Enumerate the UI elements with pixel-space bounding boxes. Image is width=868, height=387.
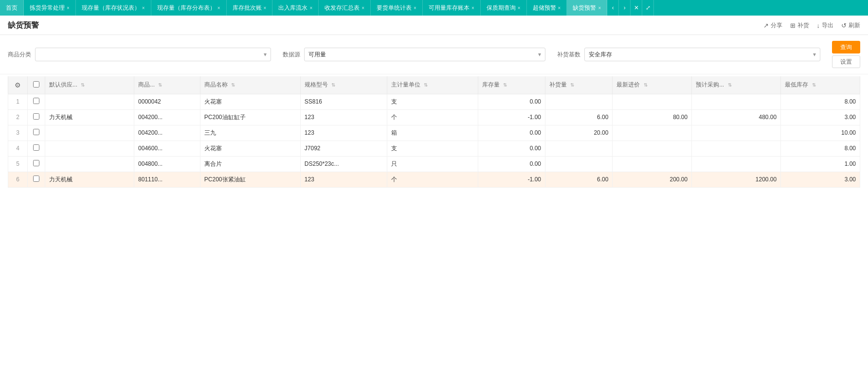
category-select[interactable] — [35, 48, 271, 61]
nav-tab-7[interactable]: 要货单统计表 × — [371, 0, 423, 16]
col-min-stock[interactable]: 最低库存 ⇅ — [781, 76, 860, 94]
col-latest-price[interactable]: 最新进价 ⇅ — [613, 76, 692, 94]
row-replenish-3 — [545, 141, 612, 156]
nav-tab-3[interactable]: 现存量（库存分布表） × — [151, 0, 227, 16]
filter-row: 商品分类 数据源 可用量 补货基数 安全库存 查询 设置 — [0, 35, 868, 74]
col-unit[interactable]: 主计量单位 ⇅ — [387, 76, 478, 94]
row-supplier-3 — [45, 141, 134, 156]
col-supplier[interactable]: 默认供应... ⇅ — [45, 76, 134, 94]
select-all-checkbox[interactable] — [33, 81, 39, 88]
nav-next-arrow[interactable]: › — [619, 0, 631, 16]
table-row: 4 004600... 火花塞 J7092 支 0.00 8.00 — [8, 141, 860, 156]
nav-tab-10[interactable]: 超储预警 × — [527, 0, 567, 16]
filter-datasource: 数据源 可用量 — [283, 48, 546, 61]
nav-tab-6[interactable]: 收发存汇总表 × — [319, 0, 371, 16]
close-tab-6[interactable]: × — [362, 5, 364, 11]
row-goods-name-5: PC200张紧油缸 — [200, 172, 300, 187]
nav-tab-9[interactable]: 保质期查询 × — [481, 0, 527, 16]
row-checkbox-3[interactable] — [33, 144, 39, 151]
row-replenish-1: 6.00 — [545, 109, 612, 125]
close-tab-2[interactable]: × — [142, 5, 145, 11]
col-replenish[interactable]: 补货量 ⇅ — [545, 76, 612, 94]
row-replenish-0 — [545, 94, 612, 109]
nav-tab-4[interactable]: 库存批次账 × — [227, 0, 273, 16]
nav-expand-arrow[interactable]: ⤢ — [642, 0, 654, 16]
nav-tab-5[interactable]: 出入库流水 × — [272, 0, 319, 16]
datasource-select[interactable]: 可用量 — [304, 48, 546, 61]
datasource-label: 数据源 — [283, 51, 300, 59]
col-spec[interactable]: 规格型号 ⇅ — [300, 76, 387, 94]
replenish-button[interactable]: ⊞ 补货 — [790, 21, 809, 30]
row-latest-price-2 — [613, 125, 692, 141]
row-check-5[interactable] — [28, 172, 45, 187]
row-unit-0: 支 — [387, 94, 478, 109]
row-supplier-2 — [45, 125, 134, 141]
export-icon: ↓ — [817, 22, 820, 29]
row-checkbox-5[interactable] — [33, 176, 39, 182]
row-num-4: 5 — [8, 156, 28, 172]
min-stock-sort-icon: ⇅ — [812, 82, 816, 88]
refresh-button[interactable]: ↺ 刷新 — [841, 21, 860, 30]
latest-price-sort-icon: ⇅ — [644, 82, 648, 88]
filter-replenish-base: 补货基数 安全库存 — [557, 48, 820, 61]
page-header: 缺货预警 ↗ 分享 ⊞ 补货 ↓ 导出 ↺ 刷新 — [0, 16, 868, 35]
table-row: 5 004800... 离合片 DS250*23c... 只 0.00 1.00 — [8, 156, 860, 172]
close-tab-4[interactable]: × — [264, 5, 267, 11]
row-checkbox-1[interactable] — [33, 113, 39, 120]
col-goods-name[interactable]: 商品名称 ⇅ — [200, 76, 300, 94]
row-num-3: 4 — [8, 141, 28, 156]
row-goods-name-3: 火花塞 — [200, 141, 300, 156]
nav-close-arrow[interactable]: ✕ — [631, 0, 642, 16]
settings-button[interactable]: 设置 — [832, 55, 860, 68]
row-check-1[interactable] — [28, 109, 45, 125]
table-row: 6 力天机械 801110... PC200张紧油缸 123 个 -1.00 6… — [8, 172, 860, 187]
row-unit-3: 支 — [387, 141, 478, 156]
table-body: 1 0000042 火花塞 SS816 支 0.00 8.00 2 力天机械 0… — [8, 94, 860, 187]
row-supplier-1: 力天机械 — [45, 109, 134, 125]
row-spec-5: 123 — [300, 172, 387, 187]
forecast-sort-icon: ⇅ — [728, 82, 732, 88]
nav-tab-1[interactable]: 拣货异常处理 × — [24, 0, 76, 16]
nav-tab-11[interactable]: 缺货预警 × — [567, 0, 607, 16]
query-button[interactable]: 查询 — [832, 41, 860, 53]
nav-tab-home[interactable]: 首页 — [0, 0, 24, 16]
row-check-4[interactable] — [28, 156, 45, 172]
close-tab-5[interactable]: × — [309, 5, 312, 11]
col-forecast[interactable]: 预计采购... ⇅ — [692, 76, 781, 94]
row-check-3[interactable] — [28, 141, 45, 156]
row-num-1: 2 — [8, 109, 28, 125]
nav-prev-arrow[interactable]: ‹ — [607, 0, 619, 16]
row-checkbox-0[interactable] — [33, 98, 39, 104]
goods-name-sort-icon: ⇅ — [231, 82, 235, 88]
close-tab-7[interactable]: × — [414, 5, 416, 11]
row-checkbox-4[interactable] — [33, 160, 39, 166]
export-button[interactable]: ↓ 导出 — [817, 21, 834, 30]
col-goods-code[interactable]: 商品... ⇅ — [134, 76, 200, 94]
close-tab-3[interactable]: × — [217, 5, 220, 11]
row-stock-2: 0.00 — [478, 125, 545, 141]
row-forecast-2 — [692, 125, 781, 141]
row-goods-name-4: 离合片 — [200, 156, 300, 172]
row-goods-code-2: 004200... — [134, 125, 200, 141]
row-replenish-5: 6.00 — [545, 172, 612, 187]
gear-icon[interactable]: ⚙ — [15, 81, 21, 89]
table-row: 3 004200... 三九 123 箱 0.00 20.00 10.00 — [8, 125, 860, 141]
share-button[interactable]: ↗ 分享 — [763, 21, 782, 30]
row-latest-price-1: 80.00 — [613, 109, 692, 125]
close-tab-10[interactable]: × — [558, 5, 561, 11]
close-tab-11[interactable]: × — [598, 5, 601, 11]
row-check-2[interactable] — [28, 125, 45, 141]
col-stock[interactable]: 库存量 ⇅ — [478, 76, 545, 94]
col-setting[interactable]: ⚙ — [8, 76, 28, 94]
table-row: 1 0000042 火花塞 SS816 支 0.00 8.00 — [8, 94, 860, 109]
close-tab-9[interactable]: × — [518, 5, 521, 11]
row-spec-1: 123 — [300, 109, 387, 125]
row-check-0[interactable] — [28, 94, 45, 109]
close-tab-8[interactable]: × — [471, 5, 474, 11]
row-goods-code-3: 004600... — [134, 141, 200, 156]
nav-tab-2[interactable]: 现存量（库存状况表） × — [76, 0, 151, 16]
row-checkbox-2[interactable] — [33, 129, 39, 135]
replenish-base-select[interactable]: 安全库存 — [584, 48, 820, 61]
nav-tab-8[interactable]: 可用量库存账本 × — [423, 0, 481, 16]
close-tab-1[interactable]: × — [67, 5, 70, 11]
